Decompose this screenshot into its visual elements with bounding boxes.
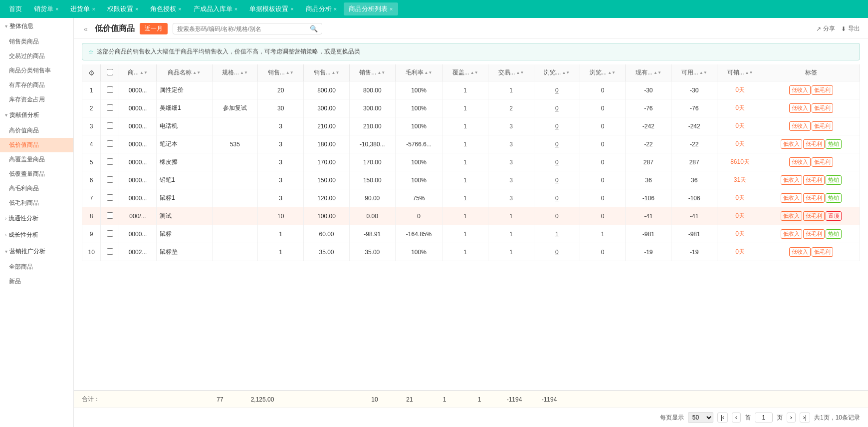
row-checkbox[interactable] bbox=[107, 122, 113, 129]
cell-available: -981 bbox=[671, 225, 717, 243]
search-icon[interactable]: 🔍 bbox=[310, 25, 318, 32]
col-views1[interactable]: 浏览...▲▼ bbox=[534, 64, 580, 81]
col-code[interactable]: 商...▲▼ bbox=[119, 64, 157, 81]
col-spec[interactable]: 规格...▲▼ bbox=[212, 64, 258, 81]
col-gross-margin[interactable]: 毛利率▲▼ bbox=[395, 64, 442, 81]
col-sales-qty[interactable]: 销售...▲▼ bbox=[258, 64, 304, 81]
cell-tags: 低收入低毛利热销 bbox=[763, 225, 860, 243]
col-available[interactable]: 可用...▲▼ bbox=[671, 64, 717, 81]
col-sales-price[interactable]: 销售...▲▼ bbox=[304, 64, 350, 81]
nav-role-auth[interactable]: 角色授权 × bbox=[145, 2, 186, 15]
nav-close-product-inbound[interactable]: × bbox=[234, 6, 237, 12]
nav-product-analysis[interactable]: 商品分析 × bbox=[301, 2, 342, 15]
share-button[interactable]: ↗ 分享 bbox=[816, 24, 835, 33]
sidebar-item-traded-goods[interactable]: 交易过的商品 bbox=[0, 49, 73, 63]
row-checkbox[interactable] bbox=[107, 212, 113, 219]
cell-views2: 0 bbox=[580, 99, 626, 117]
sidebar-group-circulation[interactable]: › 流通性分析 bbox=[0, 210, 73, 227]
views1-link[interactable]: 0 bbox=[555, 87, 559, 94]
sidebar-item-category-sales-rate[interactable]: 商品分类销售率 bbox=[0, 63, 73, 78]
nav-product-inbound[interactable]: 产成品入库单 × bbox=[189, 2, 242, 15]
sidebar-item-new-goods[interactable]: 新品 bbox=[0, 274, 73, 289]
nav-close-permissions[interactable]: × bbox=[135, 6, 138, 12]
col-name[interactable]: 商品名称▲▼ bbox=[156, 64, 212, 81]
views1-link[interactable]: 0 bbox=[555, 249, 559, 256]
nav-purchase-order[interactable]: 进货单 × bbox=[65, 2, 100, 15]
views1-link[interactable]: 0 bbox=[555, 141, 559, 148]
row-checkbox[interactable] bbox=[107, 176, 113, 183]
nav-product-analysis-list[interactable]: 商品分析列表 × bbox=[344, 2, 398, 15]
views1-link[interactable]: 0 bbox=[555, 213, 559, 220]
export-button[interactable]: ⬇ 导出 bbox=[841, 24, 860, 33]
cell-checkbox[interactable] bbox=[101, 117, 119, 135]
cell-gross-margin: 100% bbox=[395, 99, 442, 117]
nav-close-product-analysis[interactable]: × bbox=[334, 6, 337, 12]
sidebar-group-contribution[interactable]: ▾ 贡献值分析 bbox=[0, 107, 73, 123]
col-sales-cost[interactable]: 销售...▲▼ bbox=[349, 64, 395, 81]
nav-close-sales-order[interactable]: × bbox=[55, 6, 58, 12]
cell-checkbox[interactable] bbox=[101, 135, 119, 153]
cell-checkbox[interactable] bbox=[101, 207, 119, 225]
per-page-select[interactable]: 50 100 bbox=[688, 412, 713, 423]
row-checkbox[interactable] bbox=[107, 194, 113, 201]
cell-checkbox[interactable] bbox=[101, 189, 119, 207]
nav-home[interactable]: 首页 bbox=[4, 2, 27, 15]
row-checkbox[interactable] bbox=[107, 140, 113, 147]
search-input[interactable] bbox=[177, 25, 307, 32]
collapse-sidebar-btn[interactable]: « bbox=[82, 24, 90, 34]
views1-link[interactable]: 0 bbox=[555, 105, 559, 112]
views1-link[interactable]: 1 bbox=[555, 231, 559, 238]
sidebar-item-low-coverage[interactable]: 低覆盖量商品 bbox=[0, 167, 73, 181]
row-checkbox[interactable] bbox=[107, 86, 113, 93]
views1-link[interactable]: 0 bbox=[555, 159, 559, 166]
sidebar-item-high-margin[interactable]: 高毛利商品 bbox=[0, 181, 73, 196]
page-input[interactable] bbox=[755, 413, 773, 423]
cell-checkbox[interactable] bbox=[101, 81, 119, 99]
cell-checkbox[interactable] bbox=[101, 243, 119, 261]
sidebar-item-low-margin[interactable]: 低毛利商品 bbox=[0, 196, 73, 210]
cell-checkbox[interactable] bbox=[101, 171, 119, 189]
row-checkbox[interactable] bbox=[107, 104, 113, 111]
last-page-btn[interactable]: ›| bbox=[800, 413, 810, 423]
sidebar-item-stock-goods[interactable]: 有库存的商品 bbox=[0, 78, 73, 92]
col-current-stock[interactable]: 现有...▲▼ bbox=[626, 64, 671, 81]
nav-close-bill-template[interactable]: × bbox=[290, 6, 293, 12]
sidebar-item-all-goods[interactable]: 全部商品 bbox=[0, 260, 73, 274]
row-checkbox[interactable] bbox=[107, 248, 113, 255]
row-checkbox[interactable] bbox=[107, 158, 113, 165]
nav-sales-order[interactable]: 销货单 × bbox=[29, 2, 63, 15]
select-all-checkbox[interactable] bbox=[107, 69, 113, 75]
cell-coverage: 1 bbox=[442, 171, 488, 189]
sidebar-item-high-value[interactable]: 高价值商品 bbox=[0, 123, 73, 138]
sidebar-item-low-value[interactable]: 低价值商品 bbox=[0, 138, 73, 152]
nav-bill-template[interactable]: 单据模板设置 × bbox=[244, 2, 298, 15]
col-settings[interactable]: ⚙ bbox=[82, 64, 101, 81]
period-button[interactable]: 近一月 bbox=[140, 23, 168, 34]
cell-checkbox[interactable] bbox=[101, 153, 119, 171]
next-page-btn[interactable]: › bbox=[787, 413, 796, 423]
col-views2[interactable]: 浏览...▲▼ bbox=[580, 64, 626, 81]
nav-close-product-analysis-list[interactable]: × bbox=[390, 6, 393, 12]
col-saleable[interactable]: 可销...▲▼ bbox=[717, 64, 763, 81]
sidebar-group-growth[interactable]: › 成长性分析 bbox=[0, 227, 73, 243]
nav-close-role-auth[interactable]: × bbox=[178, 6, 181, 12]
sidebar-group-overview[interactable]: ▾ 整体信息 bbox=[0, 18, 73, 34]
row-checkbox[interactable] bbox=[107, 230, 113, 237]
sidebar-group-marketing[interactable]: ▾ 营销推广分析 bbox=[0, 243, 73, 260]
cell-checkbox[interactable] bbox=[101, 225, 119, 243]
views1-link[interactable]: 0 bbox=[555, 195, 559, 202]
col-coverage[interactable]: 覆盖...▲▼ bbox=[442, 64, 488, 81]
sidebar-item-sales-goods[interactable]: 销售类商品 bbox=[0, 34, 73, 49]
nav-close-purchase-order[interactable]: × bbox=[92, 6, 95, 12]
views1-link[interactable]: 0 bbox=[555, 177, 559, 184]
sidebar-item-high-coverage[interactable]: 高覆盖量商品 bbox=[0, 152, 73, 167]
cell-sales-qty: 3 bbox=[258, 189, 304, 207]
prev-page-btn[interactable]: ‹ bbox=[732, 413, 741, 423]
sidebar-item-stock-fund[interactable]: 库存资金占用 bbox=[0, 92, 73, 107]
first-page-btn[interactable]: |‹ bbox=[717, 413, 728, 423]
cell-checkbox[interactable] bbox=[101, 99, 119, 117]
settings-icon[interactable]: ⚙ bbox=[88, 69, 95, 77]
col-transactions[interactable]: 交易...▲▼ bbox=[488, 64, 534, 81]
nav-permissions[interactable]: 权限设置 × bbox=[102, 2, 143, 15]
views1-link[interactable]: 0 bbox=[555, 123, 559, 130]
